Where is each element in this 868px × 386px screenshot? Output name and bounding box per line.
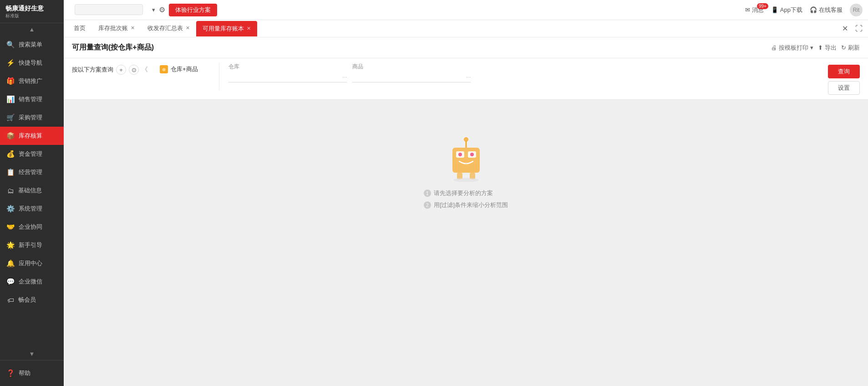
collapse-scheme-button[interactable]: 《 — [142, 66, 148, 74]
settings-button[interactable]: 设置 — [828, 81, 860, 95]
scheme-icon: ⊕ — [160, 65, 168, 73]
close-tab-button[interactable]: ✕ — [840, 22, 850, 35]
sidebar-item-base[interactable]: 🗂基础信息 — [0, 181, 64, 200]
page-actions: 🖨 按模板打印 ▾ ⬆ 导出 ↻ 刷新 — [771, 44, 860, 52]
filter-label: 按以下方案查询 — [72, 63, 113, 74]
sidebar-label-operation: 经营管理 — [19, 168, 42, 176]
sidebar-label-search: 搜索菜单 — [19, 41, 42, 49]
app-edition: 标准版 — [5, 13, 58, 19]
svg-point-4 — [470, 153, 474, 156]
tab-home[interactable]: 首页 — [67, 21, 92, 37]
print-dropdown-icon[interactable]: ▾ — [810, 44, 813, 51]
marketing-icon: 🎁 — [6, 77, 15, 85]
sidebar-item-marketing[interactable]: 🎁营销推广 — [0, 72, 64, 90]
hint-text-2: 用[过滤]条件来缩小分析范围 — [434, 201, 508, 209]
tab-available[interactable]: 可用量库存账本✕ — [196, 21, 257, 36]
goods-field: 商品 ··· — [352, 63, 471, 82]
online-service-item[interactable]: 🎧 在线客服 — [810, 6, 843, 14]
sidebar-logo: 畅康通好生意 标准版 — [0, 0, 64, 23]
sidebar-item-newbie[interactable]: 🌟新手引导 — [0, 236, 64, 254]
empty-hints: 1 请先选择要分析的方案 2 用[过滤]条件来缩小分析范围 — [424, 189, 508, 209]
sidebar-item-purchase[interactable]: 🛒采购管理 — [0, 108, 64, 127]
sidebar-item-search[interactable]: 🔍搜索菜单 — [0, 36, 64, 54]
header-dropdown-icon[interactable]: ▾ — [152, 6, 155, 13]
warehouse-input[interactable] — [228, 73, 340, 80]
sidebar-scroll-up[interactable]: ▲ — [0, 23, 64, 36]
message-badge: 99+ — [757, 3, 768, 9]
add-scheme-button[interactable]: + — [116, 65, 126, 75]
app-download-item[interactable]: 📱 App下载 — [771, 6, 802, 14]
warehouse-more-icon[interactable]: ··· — [342, 74, 347, 80]
export-action[interactable]: ⬆ 导出 — [818, 44, 837, 52]
search-input[interactable] — [75, 4, 143, 15]
tab-close-batch[interactable]: ✕ — [131, 25, 135, 31]
goods-more-icon[interactable]: ··· — [466, 74, 471, 80]
svg-rect-0 — [452, 148, 480, 173]
sidebar-item-apps[interactable]: 🔔应用中心 — [0, 254, 64, 273]
sidebar-item-sales[interactable]: 📊销售管理 — [0, 90, 64, 108]
tab-close-summary[interactable]: ✕ — [186, 25, 190, 31]
goods-field-label: 商品 — [352, 63, 471, 71]
tab-close-available[interactable]: ✕ — [247, 26, 251, 31]
filter-scheme-actions: + ⊙ 《 — [116, 63, 148, 75]
sidebar-item-operation[interactable]: 📋经营管理 — [0, 163, 64, 181]
sidebar-label-base: 基础信息 — [18, 186, 42, 195]
filter-area: 按以下方案查询 + ⊙ 《 ⊕ 仓库+商品 仓库 — [64, 58, 868, 100]
apps-icon: 🔔 — [6, 259, 15, 268]
edit-scheme-button[interactable]: ⊙ — [129, 65, 139, 75]
tab-batch[interactable]: 库存批次账✕ — [92, 21, 141, 37]
tab-bar: 首页库存批次账✕收发存汇总表✕可用量库存账本✕ ✕ ⛶ — [64, 20, 868, 37]
trial-button[interactable]: 体验行业方案 — [169, 4, 217, 16]
scheme-item-warehouse-goods[interactable]: ⊕ 仓库+商品 — [155, 63, 210, 76]
sidebar-menu: 🔍搜索菜单⚡快捷导航🎁营销推广📊销售管理🛒采购管理📦库存核算💰资金管理📋经营管理… — [0, 36, 64, 348]
filter-scheme-section: 按以下方案查询 + ⊙ 《 — [72, 63, 148, 75]
online-service-icon: 🎧 — [810, 6, 817, 13]
hint-num-1: 1 — [424, 190, 431, 197]
search-icon: 🔍 — [6, 41, 15, 49]
sidebar-label-finance: 资金管理 — [19, 150, 42, 158]
message-icon: ✉ — [745, 6, 750, 13]
empty-svg — [439, 127, 493, 182]
finance-icon: 💰 — [6, 150, 15, 158]
print-template-action[interactable]: 🖨 按模板打印 ▾ — [771, 44, 813, 52]
export-icon: ⬆ — [818, 44, 823, 51]
filter-actions: 查询 设置 — [828, 63, 860, 95]
scheme-label: 仓库+商品 — [171, 65, 198, 73]
sidebar-label-marketing: 营销推广 — [19, 77, 42, 85]
warehouse-field: 仓库 ··· — [228, 63, 347, 82]
sidebar-item-help[interactable]: ❓ 帮助 — [0, 364, 64, 382]
sidebar-label-inventory: 库存核算 — [19, 132, 42, 140]
restore-tab-button[interactable]: ⛶ — [853, 23, 864, 35]
user-menu[interactable]: Rit — [850, 4, 863, 16]
hint-text-1: 请先选择要分析的方案 — [434, 189, 493, 197]
sidebar-item-inventory[interactable]: 📦库存核算 — [0, 127, 64, 145]
sales-icon: 📊 — [6, 95, 15, 103]
sidebar-item-system[interactable]: ⚙️系统管理 — [0, 200, 64, 218]
user-name: Rit — [853, 7, 860, 13]
app-download-icon: 📱 — [771, 6, 778, 13]
avatar: Rit — [850, 4, 863, 16]
sidebar-label-sales: 销售管理 — [19, 95, 42, 103]
sidebar-item-shortcut[interactable]: ⚡快捷导航 — [0, 54, 64, 72]
sidebar-scroll-down[interactable]: ▼ — [0, 348, 64, 360]
tab-label-available: 可用量库存账本 — [203, 25, 244, 33]
sidebar-item-member[interactable]: 🏷畅会员 — [0, 291, 64, 309]
sidebar-label-wechat: 企业微信 — [19, 278, 42, 286]
header-gear-icon[interactable]: ⚙ — [159, 5, 165, 14]
refresh-action[interactable]: ↻ 刷新 — [841, 44, 860, 52]
goods-input[interactable] — [352, 73, 464, 80]
tab-bar-actions: ✕ ⛶ — [840, 22, 868, 35]
refresh-icon: ↻ — [841, 44, 846, 51]
svg-point-3 — [458, 153, 462, 156]
query-button[interactable]: 查询 — [828, 65, 860, 78]
sidebar-item-wechat[interactable]: 💬企业微信 — [0, 273, 64, 291]
print-icon: 🖨 — [771, 44, 777, 51]
top-header: ▾ ⚙ 体验行业方案 ✉ 消息 99+ 📱 App下载 🎧 在线客服 Rit — [64, 0, 868, 20]
message-item[interactable]: ✉ 消息 99+ — [745, 6, 764, 14]
sidebar-help-label: 帮助 — [19, 369, 30, 377]
online-service-label: 在线客服 — [819, 6, 843, 14]
warehouse-field-label: 仓库 — [228, 63, 347, 71]
sidebar-item-finance[interactable]: 💰资金管理 — [0, 145, 64, 163]
sidebar-item-enterprise[interactable]: 🤝企业协同 — [0, 218, 64, 236]
tab-summary[interactable]: 收发存汇总表✕ — [141, 21, 196, 37]
